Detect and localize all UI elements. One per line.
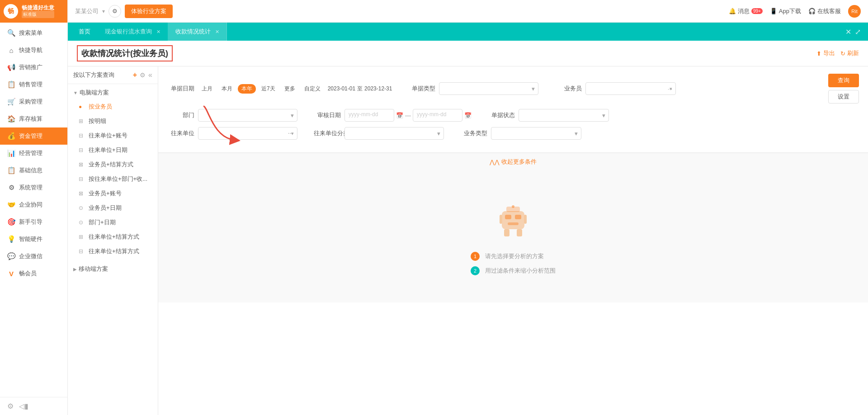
collapse-more-btn[interactable]: ⋀⋀ 收起更多条件: [490, 158, 537, 166]
scheme-item-salesperson-settlement[interactable]: ⊠ 业务员+结算方式: [68, 157, 158, 172]
footer-settings-icon[interactable]: ⚙: [7, 402, 14, 410]
scheme-item-salesperson-date[interactable]: ⊙ 业务员+日期: [68, 201, 158, 215]
date-tab-7days[interactable]: 近7天: [258, 84, 279, 94]
scheme-add-button[interactable]: +: [133, 71, 137, 79]
tab-receipt-stats-close-icon[interactable]: ✕: [215, 29, 219, 35]
content-wrapper: 收款情况统计(按业务员) ⬆ 导出 ↻ 刷新 按以下方: [68, 41, 868, 415]
scheme-settings-button[interactable]: ⚙: [140, 71, 146, 79]
online-service-button[interactable]: 🎧 在线客服: [808, 7, 841, 15]
scheme-group-mobile-expand-icon: ▶: [73, 267, 77, 272]
scheme-item-label: 按业务员: [89, 103, 112, 111]
review-date-from-placeholder: yyyy-mm-dd: [349, 111, 378, 118]
partner-more-icon[interactable]: ···: [288, 129, 294, 137]
sidebar-item-system[interactable]: ⚙ 系统管理: [0, 179, 67, 196]
review-date-from-input[interactable]: yyyy-mm-dd: [344, 109, 394, 122]
dept-select[interactable]: [198, 109, 297, 122]
filter-row-2: 部门 ▾ 审核日期 yyyy-mm-dd: [167, 109, 859, 122]
refresh-icon: ↻: [840, 50, 845, 57]
sidebar-item-sales[interactable]: 📋 销售管理: [0, 76, 67, 93]
review-date-to-calendar-icon[interactable]: 📅: [464, 112, 472, 119]
collapse-bar[interactable]: ⋀⋀ 收起更多条件: [158, 153, 868, 170]
partner-select[interactable]: [198, 127, 297, 140]
sidebar-item-quick-nav[interactable]: ⌂ 快捷导航: [0, 42, 67, 59]
top-header-left: 某某公司 ▾ ⚙ 体验行业方案: [75, 5, 173, 18]
scheme-group-desktop-header[interactable]: ▼ 电脑端方案: [68, 86, 158, 99]
tab-maximize-icon[interactable]: ⤢: [855, 28, 861, 36]
filter-content: 单据日期 上月 本月 本年 近7天 更多 自定义: [158, 66, 868, 415]
date-tab-custom[interactable]: 自定义: [301, 84, 324, 94]
header-settings-button[interactable]: ⚙: [108, 5, 121, 18]
date-tab-this-month[interactable]: 本月: [218, 84, 236, 94]
scheme-item-unit-dept-receipt[interactable]: ⊟ 按往来单位+部门+收...: [68, 172, 158, 186]
sales-icon: 📋: [7, 80, 15, 89]
voucher-type-select[interactable]: [439, 82, 538, 95]
review-date-from-calendar-icon[interactable]: 📅: [396, 112, 403, 119]
salesperson-select[interactable]: [585, 82, 676, 95]
query-button[interactable]: 查询: [828, 74, 859, 87]
tab-receipt-stats[interactable]: 收款情况统计 ✕: [168, 23, 227, 41]
scheme-item-unit-account[interactable]: ⊟ 往来单位+账号: [68, 128, 158, 143]
empty-state: 1 请先选择要分析的方案 2 用过滤条件来缩小分析范围: [158, 170, 868, 302]
business-type-select[interactable]: [491, 127, 581, 140]
user-avatar[interactable]: Rit: [848, 5, 861, 18]
collapse-up-icon: ⋀⋀: [490, 159, 500, 165]
partner-category-select[interactable]: [344, 127, 444, 140]
search-icon: 🔍: [7, 29, 15, 37]
tab-receipt-stats-label: 收款情况统计: [175, 28, 211, 36]
scheme-item-unit-date[interactable]: ⊟ 往来单位+日期: [68, 143, 158, 157]
scheme-item-dept-date[interactable]: ⊙ 部门+日期: [68, 215, 158, 230]
sidebar-item-enterprise[interactable]: 🤝 企业协同: [0, 196, 67, 213]
tab-bank-flow-close-icon[interactable]: ✕: [156, 29, 160, 35]
scheme-item-unit-settlement2[interactable]: ⊟ 往来单位+结算方式: [68, 244, 158, 259]
sidebar-item-wechat[interactable]: 💬 企业微信: [0, 248, 67, 265]
review-date-to-input[interactable]: yyyy-mm-dd: [413, 109, 462, 122]
scheme-panel-actions: + ⚙ «: [133, 71, 152, 79]
breadcrumb-dropdown-icon[interactable]: ▾: [102, 8, 105, 14]
scheme-item-by-detail[interactable]: ⊞ 按明细: [68, 114, 158, 128]
partner-category-select-wrapper: ▾: [344, 127, 444, 140]
scheme-item-unit-settlement1[interactable]: ⊞ 往来单位+结算方式: [68, 230, 158, 244]
scheme-group-mobile: ▶ 移动端方案: [68, 260, 158, 278]
step-1-label: 请先选择要分析的方案: [485, 252, 544, 260]
capital-icon: 💰: [7, 132, 15, 140]
messages-badge: 99+: [751, 8, 763, 14]
sidebar-item-member[interactable]: V 畅会员: [0, 265, 67, 282]
footer-collapse-icon[interactable]: ◁▮: [19, 402, 28, 410]
sidebar-item-label: 新手引导: [19, 218, 42, 226]
scheme-group-mobile-header[interactable]: ▶ 移动端方案: [68, 262, 158, 276]
sidebar-item-marketing[interactable]: 📢 营销推广: [0, 59, 67, 76]
voucher-status-select[interactable]: [519, 109, 609, 122]
sidebar-item-capital[interactable]: 💰 资金管理: [0, 127, 67, 145]
sidebar-item-inventory[interactable]: 🏠 库存核算: [0, 110, 67, 127]
export-button[interactable]: ⬆ 导出: [816, 49, 835, 57]
scheme-item-by-salesperson[interactable]: ● 按业务员: [68, 99, 158, 114]
scheme-item-salesperson-account[interactable]: ⊠ 业务员+账号: [68, 186, 158, 201]
date-separator: —: [405, 112, 411, 119]
sidebar-item-search[interactable]: 🔍 搜索菜单: [0, 24, 67, 42]
tab-close-all-icon[interactable]: ✕: [845, 28, 851, 36]
sidebar-item-purchase[interactable]: 🛒 采购管理: [0, 93, 67, 110]
sidebar-item-beginner[interactable]: 🎯 新手引导: [0, 213, 67, 231]
messages-button[interactable]: 🔔 消息 99+: [729, 7, 763, 15]
tab-bank-flow[interactable]: 现金银行流水查询 ✕: [98, 23, 168, 41]
date-tab-last-month[interactable]: 上月: [198, 84, 216, 94]
scheme-collapse-button[interactable]: «: [148, 71, 152, 79]
salesperson-more-icon[interactable]: ···: [668, 85, 673, 92]
date-tab-this-year[interactable]: 本年: [238, 84, 256, 94]
app-download-button[interactable]: 📱 App下载: [770, 7, 801, 15]
filter-item-dept: 部门 ▾: [167, 109, 297, 122]
sidebar-item-basic-info[interactable]: 📋 基础信息: [0, 162, 67, 179]
scheme-item-active-icon: ●: [79, 104, 86, 110]
sidebar-item-operation[interactable]: 📊 经营管理: [0, 145, 67, 162]
phone-icon: 📱: [770, 8, 777, 14]
filter-settings-button[interactable]: 设置: [828, 90, 859, 104]
sidebar-item-smart-hw[interactable]: 💡 智能硬件: [0, 231, 67, 248]
filter-query-actions: 查询 设置: [828, 74, 859, 104]
tab-home[interactable]: 首页: [71, 23, 98, 41]
main-area: 某某公司 ▾ ⚙ 体验行业方案 🔔 消息 99+ 📱 App下载 🎧 在线客服: [68, 0, 868, 415]
trial-industry-button[interactable]: 体验行业方案: [125, 5, 173, 18]
date-tab-more[interactable]: 更多: [281, 84, 299, 94]
refresh-button[interactable]: ↻ 刷新: [840, 49, 859, 57]
step-num-2: 2: [471, 266, 480, 275]
tab-home-label: 首页: [79, 28, 90, 36]
